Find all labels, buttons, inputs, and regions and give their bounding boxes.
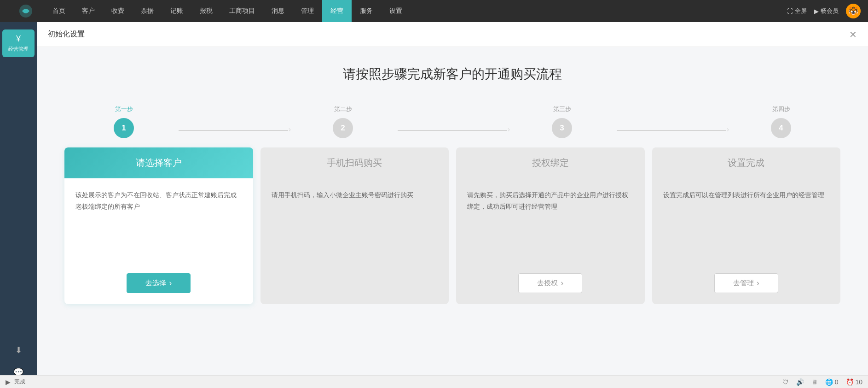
card4-body: 设置完成后可以在管理列表进行所有企业用户的经营管理 — [652, 178, 841, 266]
card4-footer: 去管理 › — [652, 266, 841, 304]
nav-item-client[interactable]: 客户 — [74, 0, 103, 22]
timeline-step-4: 第四步 4 — [726, 105, 836, 138]
go-select-label: 去选择 — [145, 279, 166, 288]
status-bar: ▶ 完成 🛡 🔊 🖥 🌐 0 ⏰ 10 — [0, 375, 868, 388]
network-status-icon: 🌐 0 — [825, 378, 839, 386]
step3-circle: 3 — [552, 118, 572, 138]
go-manage-label: 去管理 — [733, 279, 754, 288]
vip-icon: ▶ — [814, 8, 819, 15]
step-card-2: 手机扫码购买 请用手机扫码，输入小微企业主账号密码进行购买 — [260, 147, 449, 304]
play-icon[interactable]: ▶ — [6, 378, 11, 386]
step3-label: 第三步 — [553, 105, 571, 113]
close-button[interactable]: ✕ — [849, 30, 857, 39]
nav-item-settings[interactable]: 设置 — [381, 0, 411, 22]
page-title: 初始化设置 — [48, 29, 85, 39]
sidebar: ¥ 经营管理 ⬇ 💬 — [0, 22, 37, 388]
nav-logo — [7, 4, 44, 18]
top-nav: 首页 客户 收费 票据 记账 报税 工商项目 消息 管理 经营 服务 设置 ⛶ … — [0, 0, 868, 22]
fullscreen-btn[interactable]: ⛶ 全屏 — [787, 7, 807, 15]
arrow-1-2: › — [289, 125, 291, 134]
screen-status-icon[interactable]: 🖥 — [811, 378, 818, 386]
go-authorize-arrow: › — [561, 278, 563, 288]
nav-item-tax[interactable]: 报税 — [191, 0, 221, 22]
nav-item-account[interactable]: 记账 — [162, 0, 191, 22]
connector-1-2: › — [179, 130, 288, 131]
nav-right: ⛶ 全屏 ▶ 畅会员 🐯 — [787, 4, 861, 18]
nav-item-biz[interactable]: 工商项目 — [221, 0, 263, 22]
yuan-icon: ¥ — [16, 34, 21, 44]
card4-header: 设置完成 — [652, 147, 841, 178]
timeline-step-1: 第一步 1 — [69, 105, 179, 138]
volume-status-icon[interactable]: 🔊 — [796, 378, 804, 386]
step4-circle: 4 — [771, 118, 791, 138]
timeline: 第一步 1 › 第二步 2 › 第三步 3 — [64, 105, 840, 138]
page-header: 初始化设置 ✕ — [37, 22, 868, 47]
arrow-2-3: › — [508, 125, 510, 134]
main-content: 请按照步骤完成新客户的开通购买流程 第一步 1 › 第二步 2 — [37, 47, 868, 323]
avatar[interactable]: 🐯 — [846, 4, 861, 18]
card3-body: 请先购买，购买后选择开通的产品中的企业用户进行授权绑定，成功后即可进行经营管理 — [456, 178, 645, 266]
nav-item-fee[interactable]: 收费 — [103, 0, 133, 22]
card2-header: 手机扫码购买 — [260, 147, 449, 178]
sidebar-item-ops-mgmt[interactable]: ¥ 经营管理 — [2, 29, 35, 57]
nav-item-home[interactable]: 首页 — [44, 0, 74, 22]
step-card-1: 请选择客户 该处展示的客户为不在回收站、客户状态正常建账后完成老板端绑定的所有客… — [64, 147, 253, 304]
download-icon[interactable]: ⬇ — [10, 342, 27, 359]
go-manage-arrow: › — [757, 278, 759, 288]
shield-status-icon[interactable]: 🛡 — [782, 378, 789, 386]
nav-item-msg[interactable]: 消息 — [263, 0, 293, 22]
connector-3-4: › — [617, 130, 726, 131]
go-manage-button[interactable]: 去管理 › — [714, 273, 778, 293]
step-card-3: 授权绑定 请先购买，购买后选择开通的产品中的企业用户进行授权绑定，成功后即可进行… — [456, 147, 645, 304]
card2-footer — [260, 286, 449, 304]
arrow-3-4: › — [727, 125, 729, 134]
go-select-button[interactable]: 去选择 › — [127, 273, 191, 293]
card1-body: 该处展示的客户为不在回收站、客户状态正常建账后完成老板端绑定的所有客户 — [64, 178, 253, 266]
card3-footer: 去授权 › — [456, 266, 645, 304]
nav-item-mgmt[interactable]: 管理 — [293, 0, 322, 22]
step1-label: 第一步 — [115, 105, 133, 113]
big-title: 请按照步骤完成新客户的开通购买流程 — [64, 65, 840, 83]
main-layout: ¥ 经营管理 ⬇ 💬 初始化设置 ✕ 请按照步骤完成新客户的开通购买流程 第一步… — [0, 22, 868, 388]
step2-label: 第二步 — [334, 105, 352, 113]
nav-item-invoice[interactable]: 票据 — [133, 0, 162, 22]
go-authorize-button[interactable]: 去授权 › — [518, 273, 582, 293]
card2-body: 请用手机扫码，输入小微企业主账号密码进行购买 — [260, 178, 449, 286]
status-bar-right: 🛡 🔊 🖥 🌐 0 ⏰ 10 — [782, 378, 862, 386]
go-select-arrow: › — [169, 278, 172, 288]
content-area: 初始化设置 ✕ 请按照步骤完成新客户的开通购买流程 第一步 1 › 第二步 — [37, 22, 868, 388]
time-status-icon: ⏰ 10 — [846, 378, 862, 386]
connector-2-3: › — [398, 130, 507, 131]
cards-row: 请选择客户 该处展示的客户为不在回收站、客户状态正常建账后完成老板端绑定的所有客… — [64, 147, 840, 304]
vip-btn[interactable]: ▶ 畅会员 — [814, 7, 839, 15]
card1-footer: 去选择 › — [64, 266, 253, 304]
timeline-step-2: 第二步 2 — [288, 105, 398, 138]
nav-item-ops[interactable]: 经营 — [322, 0, 352, 22]
nav-item-service[interactable]: 服务 — [352, 0, 381, 22]
card3-header: 授权绑定 — [456, 147, 645, 178]
nav-items: 首页 客户 收费 票据 记账 报税 工商项目 消息 管理 经营 服务 设置 — [44, 0, 787, 22]
step-card-4: 设置完成 设置完成后可以在管理列表进行所有企业用户的经营管理 去管理 › — [652, 147, 841, 304]
status-text: 完成 — [14, 378, 25, 386]
card1-header: 请选择客户 — [64, 147, 253, 178]
step2-circle: 2 — [333, 118, 353, 138]
fullscreen-icon: ⛶ — [787, 8, 793, 15]
step4-label: 第四步 — [772, 105, 790, 113]
go-authorize-label: 去授权 — [537, 279, 558, 288]
step1-circle: 1 — [114, 118, 134, 138]
timeline-step-3: 第三步 3 — [507, 105, 617, 138]
